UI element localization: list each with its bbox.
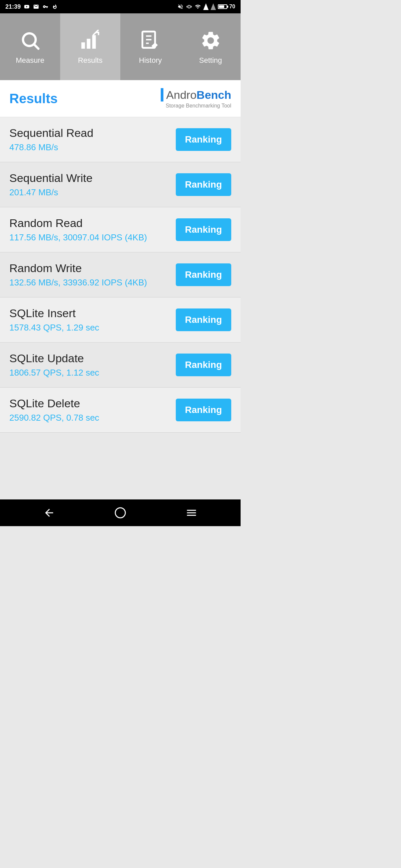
results-header: Results AndroBench Storage Benchmarking … [0,80,240,117]
network-icon-1 [203,3,208,10]
brand-name: AndroBench [166,89,231,100]
svg-line-1 [34,44,38,49]
svg-rect-2 [81,42,85,49]
result-info-sqlite-update: SQLite Update 1806.57 QPS, 1.12 sec [9,352,176,378]
ranking-btn-sequential-write[interactable]: Ranking [176,173,231,196]
bottom-nav-bar [0,499,240,526]
svg-rect-4 [92,35,95,49]
result-info-random-read: Random Read 117.56 MB/s, 30097.04 IOPS (… [9,217,176,243]
menu-icon [185,507,198,519]
back-button[interactable] [33,503,65,522]
home-button[interactable] [104,503,136,522]
result-value-sequential-write: 201.47 MB/s [9,187,176,198]
vibrate-icon [186,3,193,10]
ranking-btn-sqlite-update[interactable]: Ranking [176,353,231,376]
results-title: Results [9,91,58,106]
back-icon [43,507,55,519]
results-icon [79,29,102,52]
key-icon [42,3,49,10]
result-item-sqlite-insert: SQLite Insert 1578.43 QPS, 1.29 sec Rank… [0,298,240,343]
result-item-sequential-read: Sequential Read 478.86 MB/s Ranking [0,117,240,162]
result-name-sqlite-update: SQLite Update [9,352,176,365]
tab-results-label: Results [78,56,102,65]
result-value-sqlite-insert: 1578.43 QPS, 1.29 sec [9,322,176,333]
result-item-sqlite-delete: SQLite Delete 2590.82 QPS, 0.78 sec Rank… [0,388,240,433]
tab-setting[interactable]: Setting [180,13,240,80]
gmail-icon [33,3,39,10]
brand-bench: Bench [197,89,231,101]
network-icon-2 [210,3,216,10]
result-item-random-write: Random Write 132.56 MB/s, 33936.92 IOPS … [0,252,240,298]
result-name-sqlite-insert: SQLite Insert [9,307,176,320]
result-value-random-read: 117.56 MB/s, 30097.04 IOPS (4KB) [9,232,176,243]
tab-setting-label: Setting [199,56,222,65]
tab-history-label: History [139,56,162,65]
result-info-sequential-read: Sequential Read 478.86 MB/s [9,127,176,153]
svg-rect-3 [87,39,90,49]
ranking-btn-sequential-read[interactable]: Ranking [176,128,231,151]
wifi-icon [195,3,201,10]
battery-icon [218,4,227,9]
brand-divider [161,88,164,101]
brand-subtitle: Storage Benchmarking Tool [166,103,231,109]
youtube-icon [23,3,30,10]
ranking-btn-sqlite-insert[interactable]: Ranking [176,308,231,331]
status-bar-left: 21:39 [5,3,58,10]
brand-andro: Andro [166,89,197,101]
brand-logo: AndroBench Storage Benchmarking Tool [161,88,231,109]
result-name-random-read: Random Read [9,217,176,230]
result-info-sqlite-delete: SQLite Delete 2590.82 QPS, 0.78 sec [9,397,176,423]
tab-measure-label: Measure [16,56,45,65]
ranking-btn-sqlite-delete[interactable]: Ranking [176,399,231,421]
svg-point-10 [115,508,125,518]
result-name-random-write: Random Write [9,262,176,275]
ranking-btn-random-write[interactable]: Ranking [176,264,231,286]
result-item-sequential-write: Sequential Write 201.47 MB/s Ranking [0,162,240,207]
result-item-sqlite-update: SQLite Update 1806.57 QPS, 1.12 sec Rank… [0,343,240,388]
result-name-sqlite-delete: SQLite Delete [9,397,176,410]
tab-results[interactable]: Results [60,13,120,80]
result-value-sequential-read: 478.86 MB/s [9,142,176,153]
ranking-btn-random-read[interactable]: Ranking [176,218,231,241]
result-name-sequential-read: Sequential Read [9,127,176,140]
results-list: Sequential Read 478.86 MB/s Ranking Sequ… [0,117,240,433]
result-info-sqlite-insert: SQLite Insert 1578.43 QPS, 1.29 sec [9,307,176,333]
battery-level: 70 [229,4,235,10]
time-display: 21:39 [5,3,21,10]
home-icon [114,507,126,519]
result-info-random-write: Random Write 132.56 MB/s, 33936.92 IOPS … [9,262,176,288]
tab-measure[interactable]: Measure [0,13,60,80]
setting-icon [199,29,222,52]
status-bar: 21:39 [0,0,240,13]
result-info-sequential-write: Sequential Write 201.47 MB/s [9,172,176,198]
status-bar-right: 70 [177,3,235,10]
history-icon [139,29,162,52]
result-name-sequential-write: Sequential Write [9,172,176,185]
menu-button[interactable] [175,503,207,522]
nav-tabs: Measure Results [0,13,240,80]
result-item-random-read: Random Read 117.56 MB/s, 30097.04 IOPS (… [0,207,240,252]
result-value-sqlite-delete: 2590.82 QPS, 0.78 sec [9,413,176,423]
result-value-random-write: 132.56 MB/s, 33936.92 IOPS (4KB) [9,277,176,288]
fire-icon [52,3,58,10]
empty-space [0,433,240,499]
mute-icon [177,3,184,10]
tab-history[interactable]: History [120,13,180,80]
measure-icon [18,29,42,52]
result-value-sqlite-update: 1806.57 QPS, 1.12 sec [9,368,176,378]
